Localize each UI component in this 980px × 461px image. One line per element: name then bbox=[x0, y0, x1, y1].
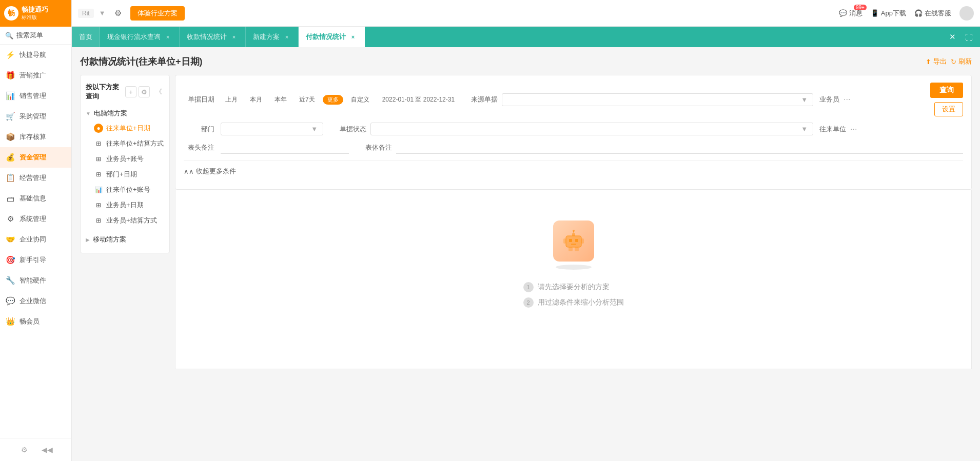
export-icon: ⬆ bbox=[926, 58, 931, 66]
scheme-collapse-btn[interactable]: 《 bbox=[153, 86, 164, 97]
close-collection-stats-tab[interactable]: × bbox=[230, 33, 238, 41]
date-btn-more[interactable]: 更多 bbox=[323, 95, 343, 105]
scheme-group-mobile-header[interactable]: ▶ 移动端方案 bbox=[81, 232, 169, 247]
tabbar: 首页 现金银行流水查询 × 收款情况统计 × 新建方案 × 付款情况统计 × ✕… bbox=[72, 27, 980, 47]
logo-icon: 畅 bbox=[4, 6, 18, 21]
app-icon: 📱 bbox=[871, 9, 879, 17]
close-new-scheme-tab[interactable]: × bbox=[283, 33, 291, 41]
filter-row-2: 部门 ▼ 单据状态 ▼ 往来单 bbox=[184, 123, 963, 135]
refresh-btn[interactable]: ↻ 刷新 bbox=[951, 57, 972, 66]
page-header: 付款情况统计(往来单位+日期) ⬆ 导出 ↻ 刷新 bbox=[80, 55, 972, 68]
scheme-item-dept-date[interactable]: ⊞ 部门+日期 bbox=[81, 167, 169, 182]
refresh-icon: ↻ bbox=[951, 58, 956, 66]
dept-select[interactable]: ▼ bbox=[221, 123, 323, 135]
sidebar-item-sales[interactable]: 📊 销售管理 bbox=[0, 86, 71, 106]
source-select[interactable]: ▼ bbox=[502, 93, 813, 106]
sales-icon: 📊 bbox=[5, 91, 15, 101]
collapse-conditions-btn[interactable]: ∧∧ 收起更多条件 bbox=[184, 167, 963, 176]
salesperson-label: 业务员 bbox=[819, 95, 839, 104]
topbar-gear-btn[interactable]: ⚙ bbox=[111, 6, 125, 21]
sidebar-item-operation[interactable]: 📋 经营管理 bbox=[0, 168, 71, 188]
main-content: Rit ▼ ⚙ 体验行业方案 💬 消息 99+ 📱 App下载 🎧 在线客服 首… bbox=[72, 0, 980, 461]
export-btn[interactable]: ⬆ 导出 bbox=[926, 57, 947, 66]
search-menu[interactable]: 🔍 搜索菜单 bbox=[0, 27, 71, 45]
sidebar-item-weixin[interactable]: 💬 企业微信 bbox=[0, 291, 71, 311]
scheme-item-icon: ⊞ bbox=[94, 154, 103, 164]
scheme-item-partner-settle[interactable]: ⊞ 往来单位+结算方式 bbox=[81, 136, 169, 151]
scheme-group-mobile: ▶ 移动端方案 bbox=[81, 230, 169, 249]
sidebar-item-member[interactable]: 👑 畅会员 bbox=[0, 311, 71, 332]
date-btn-custom[interactable]: 自定义 bbox=[346, 94, 374, 106]
salesperson-select[interactable]: ··· bbox=[844, 95, 850, 104]
maximize-btn[interactable]: ⛶ bbox=[962, 30, 976, 44]
close-payment-stats-tab[interactable]: × bbox=[349, 33, 357, 41]
bottom-settings-btn[interactable]: ⚙ bbox=[15, 443, 34, 457]
partner-select[interactable]: ··· bbox=[850, 125, 857, 134]
chevron-up-icon: ∧∧ bbox=[184, 168, 194, 175]
sidebar-item-quick-nav[interactable]: ⚡ 快捷导航 bbox=[0, 45, 71, 65]
add-scheme-btn[interactable]: + bbox=[125, 86, 136, 97]
basic-icon: 🗃 bbox=[5, 193, 15, 204]
doc-status-select[interactable]: ▼ bbox=[370, 123, 813, 135]
sidebar-item-marketing[interactable]: 🎁 营销推广 bbox=[0, 65, 71, 86]
online-service-btn[interactable]: 🎧 在线客服 bbox=[914, 9, 951, 18]
scheme-item-staff-settle[interactable]: ⊞ 业务员+结算方式 bbox=[81, 213, 169, 228]
sidebar-item-basic[interactable]: 🗃 基础信息 bbox=[0, 188, 71, 209]
sidebar-item-system[interactable]: ⚙ 系统管理 bbox=[0, 209, 71, 229]
svg-rect-0 bbox=[566, 236, 581, 247]
member-icon: 👑 bbox=[5, 316, 15, 327]
tab-new-scheme[interactable]: 新建方案 × bbox=[246, 27, 299, 47]
scheme-item-icon: ⊞ bbox=[94, 170, 103, 179]
message-icon: 💬 bbox=[839, 9, 847, 17]
sidebar-item-guide[interactable]: 🎯 新手引导 bbox=[0, 250, 71, 270]
tab-cash-flow[interactable]: 现金银行流水查询 × bbox=[100, 27, 180, 47]
sidebar-item-purchase[interactable]: 🛒 采购管理 bbox=[0, 106, 71, 127]
date-btn-this-year[interactable]: 本年 bbox=[270, 94, 291, 106]
scheme-item-staff-date[interactable]: ⊞ 业务员+日期 bbox=[81, 197, 169, 213]
app-download-btn[interactable]: 📱 App下载 bbox=[871, 9, 906, 18]
bottom-collapse-btn[interactable]: ◀◀ bbox=[38, 443, 56, 457]
filter-settings-btn[interactable]: 设置 bbox=[934, 102, 963, 116]
body-note-label: 表体备注 bbox=[365, 143, 392, 152]
doc-status-arrow-icon: ▼ bbox=[801, 125, 808, 133]
filter-row-1: 单据日期 上月 本月 本年 近7天 更多 自定义 2022-01-01 至 20… bbox=[184, 83, 963, 116]
close-all-tabs-btn[interactable]: ✕ bbox=[945, 30, 959, 44]
query-btn[interactable]: 查询 bbox=[930, 83, 963, 98]
sidebar-item-inventory[interactable]: 📦 库存核算 bbox=[0, 127, 71, 147]
message-btn[interactable]: 💬 消息 99+ bbox=[839, 9, 863, 18]
trial-btn[interactable]: 体验行业方案 bbox=[130, 6, 185, 21]
results-area: 1 请先选择要分析的方案 2 用过滤条件来缩小分析范围 bbox=[175, 190, 972, 369]
user-avatar[interactable] bbox=[959, 6, 974, 21]
scheme-active-icon: ● bbox=[94, 124, 103, 133]
scheme-item-partner-date[interactable]: ● 往来单位+日期 bbox=[81, 121, 169, 136]
quick-nav-icon: ⚡ bbox=[5, 50, 15, 60]
svg-point-6 bbox=[573, 230, 575, 232]
tab-collection-stats[interactable]: 收款情况统计 × bbox=[180, 27, 246, 47]
scheme-item-staff-account[interactable]: ⊞ 业务员+账号 bbox=[81, 151, 169, 167]
topbar-account: Rit bbox=[78, 9, 94, 18]
sidebar-item-enterprise[interactable]: 🤝 企业协同 bbox=[0, 229, 71, 250]
tab-payment-stats[interactable]: 付款情况统计 × bbox=[299, 27, 365, 47]
sidebar-item-finance[interactable]: 💰 资金管理 bbox=[0, 147, 71, 168]
date-btn-last-month[interactable]: 上月 bbox=[221, 94, 242, 106]
collapse-bar: ∧∧ 收起更多条件 bbox=[184, 160, 963, 182]
close-cash-flow-tab[interactable]: × bbox=[164, 33, 172, 41]
scheme-group-desktop-header[interactable]: ▼ 电脑端方案 bbox=[81, 106, 169, 121]
inventory-icon: 📦 bbox=[5, 132, 15, 142]
scheme-item-partner-account[interactable]: 📊 往来单位+账号 bbox=[81, 182, 169, 197]
topbar: Rit ▼ ⚙ 体验行业方案 💬 消息 99+ 📱 App下载 🎧 在线客服 bbox=[72, 0, 980, 27]
tab-home[interactable]: 首页 bbox=[72, 27, 100, 47]
svg-rect-10 bbox=[575, 247, 579, 251]
svg-rect-4 bbox=[572, 233, 575, 236]
date-btn-7days[interactable]: 近7天 bbox=[295, 94, 320, 106]
doc-status-label: 单据状态 bbox=[340, 125, 366, 134]
sidebar-item-hardware[interactable]: 🔧 智能硬件 bbox=[0, 270, 71, 291]
date-btn-this-month[interactable]: 本月 bbox=[245, 94, 267, 106]
header-note-input[interactable] bbox=[221, 142, 349, 154]
source-label: 来源单据 bbox=[471, 95, 498, 104]
body-note-input[interactable] bbox=[396, 142, 963, 154]
desktop-group-arrow-icon: ▼ bbox=[86, 111, 91, 116]
mobile-group-arrow-icon: ▶ bbox=[86, 237, 90, 243]
header-note-label: 表头备注 bbox=[184, 143, 214, 152]
scheme-settings-btn[interactable]: ⚙ bbox=[139, 86, 150, 97]
